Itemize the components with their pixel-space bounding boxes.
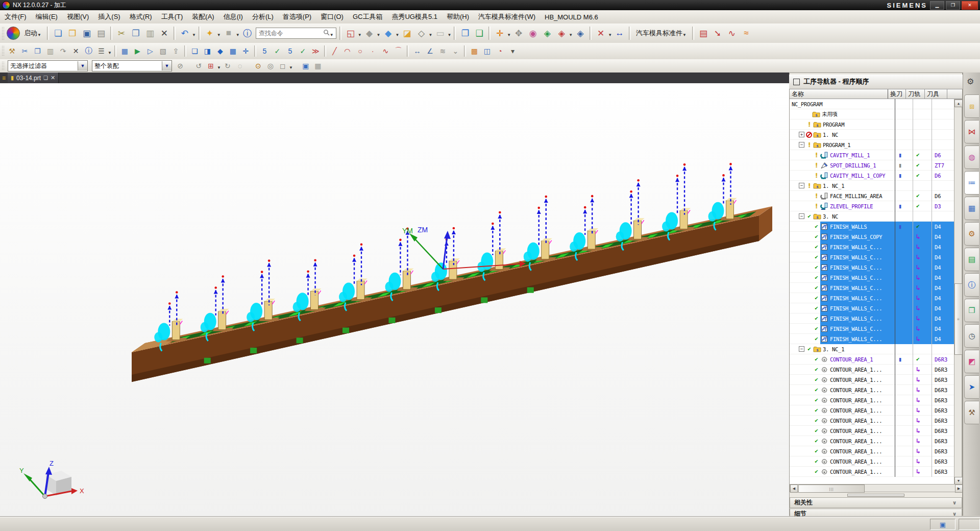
command-search-input[interactable]: [258, 29, 323, 37]
minimize-button[interactable]: ▁: [930, 1, 944, 10]
measure-tool-icon[interactable]: ↔: [411, 45, 424, 58]
selection-filter-combo[interactable]: 无选择过滤器 ▼: [8, 60, 88, 71]
chevron-down-icon[interactable]: ▼: [569, 33, 573, 37]
tree-row[interactable]: ✔FINISH_WALLS▮✔D4: [790, 222, 954, 232]
chevron-down-icon[interactable]: ▼: [37, 33, 41, 37]
tree-row[interactable]: !CAVITY_MILL_1▮✔D6: [790, 150, 954, 160]
rail-tab-history[interactable]: ◷: [964, 324, 979, 348]
menu-item[interactable]: 分析(L): [248, 11, 278, 22]
menu-item[interactable]: 视图(V): [62, 11, 93, 22]
rotate-selection-icon[interactable]: ↻: [222, 60, 234, 72]
rail-tab-part-navigator[interactable]: ◍: [964, 146, 979, 169]
snap-point-circle-icon[interactable]: ⊙: [252, 60, 264, 72]
tree-item-name[interactable]: CONTOUR_AREA_1...: [820, 446, 895, 456]
filter-lock-icon[interactable]: ⊘: [174, 60, 186, 72]
move-component-icon[interactable]: ◈: [540, 26, 554, 40]
chevron-down-icon[interactable]: ▼: [447, 33, 451, 37]
chevron-down-icon[interactable]: ▼: [608, 33, 612, 37]
wcs-display-icon[interactable]: ▣: [300, 60, 312, 72]
select-previous-icon[interactable]: ↺: [192, 60, 205, 72]
postprocess-icon[interactable]: ⇪: [169, 45, 182, 58]
rail-tab-visual-reports[interactable]: ◩: [964, 350, 979, 373]
tree-row[interactable]: ✔FINISH_WALLS_C...↳D4: [790, 313, 954, 324]
tree-row[interactable]: ✔CONTOUR_AREA_1...↳D6R3: [790, 416, 954, 426]
chevron-down-icon[interactable]: ▼: [682, 33, 687, 37]
tree-item-name[interactable]: FINISH_WALLS_C...: [820, 313, 895, 324]
menu-item[interactable]: 窗口(O): [316, 11, 348, 22]
chevron-down-icon[interactable]: ▼: [217, 65, 221, 70]
collapse-icon[interactable]: −: [799, 213, 804, 219]
tree-item-name[interactable]: CONTOUR_AREA_1...: [820, 395, 895, 405]
show-and-hide-icon[interactable]: ❐: [458, 26, 472, 40]
tree-row[interactable]: !SPOT_DRILLING_1▮✔ZT7: [790, 160, 954, 171]
tree-item-name[interactable]: FINISH_WALLS_C...: [820, 252, 895, 262]
menu-item[interactable]: 装配(A): [187, 11, 218, 22]
scroll-left-icon[interactable]: ◀: [790, 485, 798, 493]
graphics-viewport[interactable]: YMZMXYZ: [0, 83, 789, 517]
chevron-down-icon[interactable]: ▼: [330, 33, 334, 37]
tree-row[interactable]: ✔CONTOUR_AREA_1...↳D6R3: [790, 395, 954, 405]
render-style-static-icon[interactable]: ◆: [362, 26, 377, 40]
tree-item-name[interactable]: FINISH_WALLS_C...: [820, 262, 895, 273]
delete-icon[interactable]: ✕: [157, 26, 172, 40]
line-tool-icon[interactable]: ╱: [328, 45, 341, 58]
profile-tool-icon[interactable]: ⌒: [392, 45, 405, 58]
tree-item-name[interactable]: CONTOUR_AREA_1...: [820, 375, 895, 385]
tab-document[interactable]: ▮ 03-14.prt ❏ ✕: [8, 73, 59, 83]
angle-tool-icon[interactable]: ∠: [424, 45, 436, 58]
mold-doc-icon[interactable]: ▤: [696, 26, 710, 40]
tree-item-name[interactable]: FACE_MILLING_AREA: [820, 191, 895, 201]
collapse-icon[interactable]: −: [799, 346, 804, 352]
edit-object-display-icon[interactable]: ◉: [526, 26, 540, 40]
object-list-icon[interactable]: ☰: [95, 45, 108, 58]
point-tool-icon[interactable]: ∙: [366, 45, 379, 58]
render-style-wireframe-icon[interactable]: ◇: [414, 26, 428, 40]
mill-contour-icon[interactable]: 5: [284, 45, 297, 58]
edit-object-icon[interactable]: ⚒: [6, 45, 18, 58]
expand-icon[interactable]: +: [799, 132, 804, 137]
rail-tab-constraint-navigator[interactable]: ⋈: [964, 120, 979, 143]
snap-point-dashed-icon[interactable]: ◎: [264, 60, 277, 72]
toolbar-handle[interactable]: [2, 61, 4, 70]
rail-tab-web-browser[interactable]: ⓘ: [964, 273, 979, 297]
tree-item-name[interactable]: CONTOUR_AREA_1...: [820, 416, 895, 426]
menu-item[interactable]: 格式(R): [125, 11, 157, 22]
tree-row[interactable]: ✔FINISH_WALLS_COPY↳D4: [790, 232, 954, 242]
tree-item-name[interactable]: CONTOUR_AREA_1...: [820, 436, 895, 446]
chevron-down-icon[interactable]: ▼: [78, 61, 87, 70]
chevron-down-icon[interactable]: ∨: [949, 499, 960, 506]
create-operation-icon[interactable]: ✛: [239, 45, 252, 58]
cut-object-icon[interactable]: ✂: [18, 45, 31, 58]
tree-row[interactable]: ✔FINISH_WALLS_C...↳D4: [790, 242, 954, 252]
generate-toolpath-icon[interactable]: ▦: [118, 45, 131, 58]
tree-item-name[interactable]: CONTOUR_AREA_1: [820, 354, 895, 365]
tree-row[interactable]: 未用项: [790, 109, 954, 119]
panel-splitter[interactable]: [790, 493, 962, 496]
tree-row[interactable]: ✔FINISH_WALLS_C...↳D4: [790, 303, 954, 313]
tree-row[interactable]: ✔FINISH_WALLS_C...↳D4: [790, 334, 954, 344]
measure-distance-icon[interactable]: ↔: [612, 26, 627, 40]
vertical-scroll-thumb[interactable]: ≡: [954, 283, 963, 355]
tree-row[interactable]: ✔CONTOUR_AREA_1...↳D6R3: [790, 456, 954, 467]
create-method-icon[interactable]: ▦: [227, 45, 239, 58]
tree-item-name[interactable]: FINISH_WALLS_C...: [820, 283, 895, 293]
spline-tool-icon[interactable]: ∿: [379, 45, 392, 58]
toolbar-handle[interactable]: [2, 45, 4, 57]
chevron-down-icon[interactable]: ▼: [358, 33, 362, 37]
status-snapshot-segment[interactable]: ▣: [930, 519, 955, 530]
snap-rectangle-icon[interactable]: ◻: [277, 60, 289, 72]
circle-tool-icon[interactable]: ○: [354, 45, 366, 58]
undo-icon[interactable]: ↶: [178, 26, 192, 40]
command-finder-input[interactable]: ▼: [256, 28, 336, 39]
restore-button[interactable]: ❐: [946, 1, 960, 10]
tree-row[interactable]: ✔FINISH_WALLS_C...↳D4: [790, 283, 954, 293]
chevron-down-icon[interactable]: ▼: [377, 33, 381, 37]
horizontal-scroll-thumb[interactable]: |||: [798, 485, 865, 493]
chevron-down-icon[interactable]: ▼: [217, 33, 221, 37]
menu-item[interactable]: GC工具箱: [348, 11, 387, 22]
tree-row[interactable]: ✔FINISH_WALLS_C...↳D4: [790, 262, 954, 273]
tree-row[interactable]: NC_PROGRAM: [790, 99, 954, 109]
column-name[interactable]: 名称: [790, 89, 888, 99]
tree-item-name[interactable]: CAVITY_MILL_1: [820, 150, 895, 160]
tree-item-name[interactable]: FINISH_WALLS_C...: [820, 293, 895, 303]
